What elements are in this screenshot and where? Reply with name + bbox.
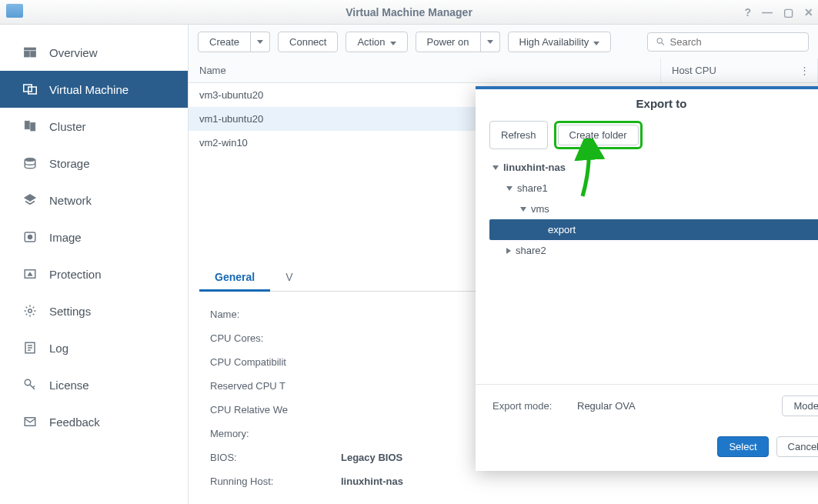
sidebar-item-cluster[interactable]: Cluster: [0, 108, 188, 145]
svg-rect-1: [25, 52, 30, 58]
high-availability-button[interactable]: High Availability: [508, 32, 612, 52]
sidebar-item-label: Storage: [49, 157, 90, 170]
window-title: Virtual Machine Manager: [346, 6, 472, 18]
svg-line-19: [662, 43, 664, 45]
cancel-button[interactable]: Cancel: [776, 436, 818, 457]
export-mode-label: Export mode:: [492, 400, 577, 412]
svg-point-7: [25, 158, 35, 162]
svg-rect-0: [25, 48, 36, 50]
label-cpu-compat: CPU Compatibilit: [210, 356, 341, 368]
mode-button[interactable]: Mode: [782, 396, 818, 416]
sidebar-item-license[interactable]: License: [0, 366, 188, 403]
power-on-button[interactable]: Power on: [416, 32, 481, 52]
value-running-host: linuxhint-nas: [341, 476, 403, 487]
label-name: Name:: [210, 309, 341, 320]
label-bios: BIOS:: [210, 452, 341, 463]
sidebar-item-network[interactable]: Network: [0, 182, 188, 219]
svg-rect-5: [25, 121, 29, 129]
power-on-dropdown[interactable]: [481, 32, 500, 52]
sidebar-item-label: Log: [49, 342, 68, 355]
svg-rect-2: [31, 52, 36, 58]
protection-icon: [22, 267, 38, 281]
cluster-icon: [22, 119, 38, 133]
svg-point-9: [28, 235, 32, 239]
export-modal: Export to Refresh Create folder linuxhin…: [476, 86, 818, 471]
col-name[interactable]: Name: [189, 58, 661, 82]
label-cpu-relative: CPU Relative We: [210, 404, 341, 416]
folder-tree: linuxhint-nas share1 vms export share2: [476, 157, 818, 384]
refresh-button[interactable]: Refresh: [489, 121, 548, 149]
sidebar-item-label: Protection: [49, 268, 102, 281]
sidebar: Overview Virtual Machine Cluster Storage…: [0, 25, 189, 504]
help-icon[interactable]: ?: [744, 6, 751, 18]
sidebar-item-storage[interactable]: Storage: [0, 145, 188, 182]
image-icon: [22, 230, 38, 244]
label-cpu-cores: CPU Cores:: [210, 332, 341, 344]
create-dropdown[interactable]: [251, 32, 270, 52]
tab-other[interactable]: V: [270, 263, 308, 291]
storage-icon: [22, 156, 38, 170]
column-menu-icon[interactable]: ⋮: [800, 65, 810, 76]
svg-rect-6: [31, 123, 35, 132]
sidebar-item-overview[interactable]: Overview: [0, 34, 188, 71]
svg-point-16: [25, 379, 31, 386]
chevron-down-icon: [520, 207, 526, 212]
sidebar-item-log[interactable]: Log: [0, 329, 188, 366]
table-header: Name Host CPU⋮: [189, 58, 818, 83]
chevron-down-icon: [390, 36, 396, 48]
search-icon: [656, 36, 666, 47]
sidebar-item-virtual-machine[interactable]: Virtual Machine: [0, 71, 188, 108]
chevron-down-icon: [593, 36, 599, 48]
network-icon: [22, 193, 38, 207]
sidebar-item-label: Feedback: [49, 416, 100, 429]
sidebar-item-label: Image: [49, 231, 82, 244]
label-running-host: Running Host:: [210, 476, 341, 487]
tree-node-root[interactable]: linuxhint-nas: [489, 157, 818, 178]
maximize-icon[interactable]: ▢: [783, 6, 793, 18]
modal-title: Export to: [476, 89, 818, 118]
svg-point-18: [657, 38, 662, 43]
col-host-cpu[interactable]: Host CPU⋮: [661, 58, 818, 82]
highlight-annotation: Create folder: [554, 121, 643, 149]
create-folder-button[interactable]: Create folder: [558, 125, 639, 145]
create-button[interactable]: Create: [198, 32, 251, 52]
action-button[interactable]: Action: [346, 32, 407, 52]
tree-node-vms[interactable]: vms: [489, 199, 818, 219]
value-bios: Legacy BIOS: [341, 452, 402, 463]
tab-general[interactable]: General: [199, 263, 270, 291]
search-input[interactable]: [670, 36, 800, 48]
tree-node-export[interactable]: export: [489, 219, 818, 240]
sidebar-item-label: Network: [49, 194, 92, 207]
minimize-icon[interactable]: —: [762, 6, 773, 18]
export-mode-value: Regular OVA: [577, 400, 636, 412]
svg-point-11: [28, 309, 32, 313]
chevron-down-icon: [506, 186, 513, 191]
sidebar-item-settings[interactable]: Settings: [0, 292, 188, 329]
chevron-right-icon: [506, 248, 511, 254]
mail-icon: [22, 415, 38, 429]
chevron-down-icon: [492, 165, 499, 170]
toolbar: Create Connect Action Power on High Avai…: [189, 25, 818, 58]
log-icon: [22, 341, 38, 355]
sidebar-item-label: Cluster: [49, 120, 86, 133]
titlebar: Virtual Machine Manager ? — ▢ ✕: [0, 0, 818, 25]
label-memory: Memory:: [210, 428, 341, 439]
close-icon[interactable]: ✕: [804, 6, 813, 18]
search-box[interactable]: [647, 32, 809, 52]
sidebar-item-protection[interactable]: Protection: [0, 255, 188, 292]
tree-node-share2[interactable]: share2: [489, 240, 818, 261]
overview-icon: [22, 45, 38, 59]
app-icon: [6, 4, 23, 18]
sidebar-item-label: Overview: [49, 46, 98, 59]
sidebar-item-label: Virtual Machine: [49, 83, 129, 96]
connect-button[interactable]: Connect: [278, 32, 338, 52]
vm-icon: [22, 82, 38, 96]
label-reserved-cpu: Reserved CPU T: [210, 380, 341, 392]
tree-node-share1[interactable]: share1: [489, 178, 818, 199]
key-icon: [22, 378, 38, 392]
sidebar-item-feedback[interactable]: Feedback: [0, 403, 188, 440]
select-button[interactable]: Select: [717, 436, 768, 457]
gear-icon: [22, 304, 38, 318]
sidebar-item-label: Settings: [49, 305, 91, 318]
sidebar-item-image[interactable]: Image: [0, 219, 188, 255]
